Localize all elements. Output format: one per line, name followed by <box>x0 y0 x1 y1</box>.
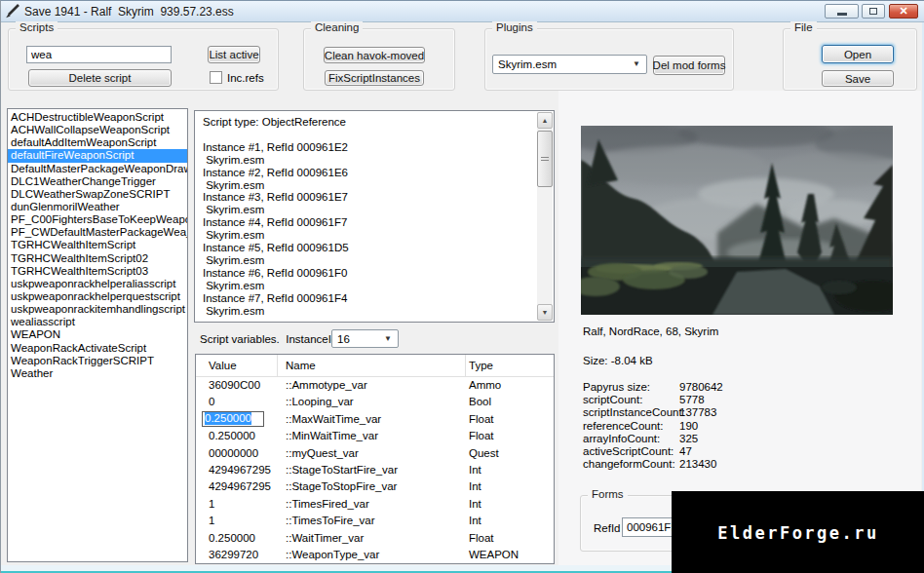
table-row[interactable]: 0.250000::MaxWaitTime_varFloat <box>196 411 554 428</box>
cell-value[interactable]: 1 <box>196 513 278 529</box>
list-item[interactable]: PF_CWDefaultMasterPackageWea_0 <box>8 226 187 239</box>
instances-scrollbar[interactable]: ▲ ▼ <box>537 112 553 321</box>
cell-name[interactable]: ::Ammotype_var <box>278 377 466 394</box>
cell-name[interactable]: ::StageToStartFire_var <box>278 462 466 478</box>
list-item[interactable]: dunGlenmorilWeather <box>8 201 187 213</box>
cell-type[interactable]: Float <box>466 530 554 547</box>
cell-type[interactable]: Quest <box>466 445 554 462</box>
instances-panel[interactable]: Script type: ObjectReference Instance #1… <box>194 110 555 323</box>
list-active-button[interactable]: List active <box>208 46 260 63</box>
savegame-screenshot <box>581 126 893 315</box>
list-item[interactable]: ACHWallCollapseWeaponScript <box>8 124 187 136</box>
file-group: File Open Save <box>783 28 917 91</box>
instance-id-value: 16 <box>337 333 350 345</box>
inc-refs-checkbox[interactable] <box>210 71 222 84</box>
cell-type[interactable]: Int <box>466 478 554 495</box>
del-mod-forms-button[interactable]: Del mod forms <box>653 56 725 75</box>
cell-name[interactable]: ::StageToStopFire_var <box>278 478 466 495</box>
list-item[interactable]: PF_C00FightersBaseToKeepWeapo_0 <box>8 213 187 226</box>
table-row[interactable]: 4294967295::StageToStopFire_varInt <box>196 478 554 495</box>
cell-value[interactable]: 0 <box>196 394 278 410</box>
cell-type[interactable]: WEAPON <box>466 547 554 563</box>
scroll-down-icon: ▼ <box>542 309 549 316</box>
open-button[interactable]: Open <box>822 45 894 63</box>
list-item[interactable]: WEAPON <box>8 328 187 341</box>
table-row[interactable]: 1::TimesToFire_varInt <box>196 513 554 529</box>
cell-type[interactable]: Float <box>466 428 554 444</box>
table-row[interactable]: 36090C00::Ammotype_varAmmo <box>196 377 554 394</box>
cell-value[interactable]: 36299720 <box>196 547 278 563</box>
clean-havok-button[interactable]: Clean havok-moved <box>324 47 425 63</box>
cell-type[interactable]: Float <box>466 411 554 428</box>
list-item[interactable]: DLC1WeatherChangeTrigger <box>8 175 187 188</box>
scrollbar-thumb[interactable] <box>537 131 553 187</box>
cell-name[interactable]: ::myQuest_var <box>278 445 466 462</box>
cell-name[interactable]: ::MaxWaitTime_var <box>278 411 466 428</box>
list-item[interactable]: DefaultMasterPackageWeaponDrawn <box>8 163 187 175</box>
cell-value[interactable]: 0.250000 <box>196 530 278 547</box>
column-header-value[interactable]: Value <box>196 355 278 377</box>
table-row[interactable]: 1::TimesFired_varInt <box>196 496 554 513</box>
fix-script-instances-button[interactable]: FixScriptInstances <box>325 70 424 86</box>
save-button[interactable]: Save <box>822 70 894 87</box>
scroll-up-icon: ▲ <box>542 117 549 124</box>
cell-value[interactable]: 36090C00 <box>196 377 278 394</box>
script-filter-input[interactable] <box>26 46 172 63</box>
list-item[interactable]: wealiasscript <box>8 316 187 328</box>
cell-value[interactable]: 0.250000 <box>196 411 278 428</box>
stat-row: arrayInfoCount:325 <box>583 433 723 445</box>
instance-id-select[interactable]: 16 ▼ <box>331 329 399 348</box>
title-bar[interactable]: Save 1941 - Ralf Skyrim 939.57.23.ess ✕ <box>1 1 924 22</box>
table-row[interactable]: 0.250000::MinWaitTime_varFloat <box>196 428 554 444</box>
list-item[interactable]: WeaponRackTriggerSCRIPT <box>8 355 187 367</box>
cell-value[interactable]: 4294967295 <box>196 478 278 495</box>
script-list[interactable]: ACHDestructibleWeaponScriptACHWallCollap… <box>7 108 188 562</box>
pencil-icon <box>4 3 20 19</box>
close-button[interactable]: ✕ <box>889 4 918 19</box>
list-item[interactable]: uskpweaponrackhelperaliasscript <box>8 278 187 290</box>
cell-value[interactable]: 0.250000 <box>196 428 278 444</box>
value-edit-input[interactable]: 0.250000 <box>202 411 264 427</box>
cell-value[interactable]: 4294967295 <box>196 462 278 478</box>
cell-name[interactable]: ::TimesFired_var <box>278 496 466 513</box>
list-item[interactable]: defaultAddItemWeaponScript <box>8 136 187 149</box>
table-row[interactable]: 0.250000::WaitTimer_varFloat <box>196 530 554 547</box>
stat-value: 5778 <box>679 394 705 405</box>
list-item[interactable]: Weather <box>8 367 187 380</box>
list-item[interactable]: uskpweaponrackitemhandlingscript <box>8 303 187 316</box>
minimize-button[interactable] <box>825 4 859 19</box>
scroll-down-button[interactable]: ▼ <box>537 304 553 321</box>
scroll-up-button[interactable]: ▲ <box>537 112 553 129</box>
list-item[interactable]: WeaponRackActivateScript <box>8 342 187 355</box>
cell-type[interactable]: Int <box>466 462 554 478</box>
cell-value[interactable]: 1 <box>196 496 278 513</box>
cell-name[interactable]: ::TimesToFire_var <box>278 513 466 529</box>
cell-type[interactable]: Ammo <box>466 377 554 394</box>
table-row[interactable]: 36299720::WeaponType_varWEAPON <box>196 547 554 563</box>
list-item[interactable]: defaultFireWeaponScript <box>8 149 187 162</box>
cell-type[interactable]: Int <box>466 513 554 529</box>
table-row[interactable]: 0::Looping_varBool <box>196 394 554 410</box>
variables-table[interactable]: Value Name Type 36090C00::Ammotype_varAm… <box>195 354 555 564</box>
list-item[interactable]: uskpweaponrackhelperquestscript <box>8 290 187 303</box>
column-header-name[interactable]: Name <box>278 355 466 377</box>
list-item[interactable]: TGRHCWealthItemScript03 <box>8 265 187 278</box>
list-item[interactable]: TGRHCWealthItemScript <box>8 239 187 251</box>
maximize-button[interactable] <box>862 4 885 19</box>
list-item[interactable]: ACHDestructibleWeaponScript <box>8 111 187 124</box>
column-header-type[interactable]: Type <box>466 355 554 377</box>
cell-value[interactable]: 00000000 <box>196 445 278 462</box>
stat-label: changeformCount: <box>583 458 679 471</box>
cell-name[interactable]: ::WaitTimer_var <box>278 530 466 547</box>
delete-script-button[interactable]: Delete script <box>28 69 172 87</box>
cell-type[interactable]: Bool <box>466 394 554 410</box>
table-row[interactable]: 00000000::myQuest_varQuest <box>196 445 554 462</box>
plugin-select[interactable]: Skyrim.esm ▼ <box>492 55 647 74</box>
list-item[interactable]: DLCWeatherSwapZoneSCRIPT <box>8 188 187 201</box>
table-row[interactable]: 4294967295::StageToStartFire_varInt <box>196 462 554 478</box>
cell-type[interactable]: Int <box>466 496 554 513</box>
cell-name[interactable]: ::WeaponType_var <box>278 547 466 563</box>
cell-name[interactable]: ::MinWaitTime_var <box>278 428 466 444</box>
cell-name[interactable]: ::Looping_var <box>278 394 466 410</box>
list-item[interactable]: TGRHCWealthItemScript02 <box>8 252 187 265</box>
